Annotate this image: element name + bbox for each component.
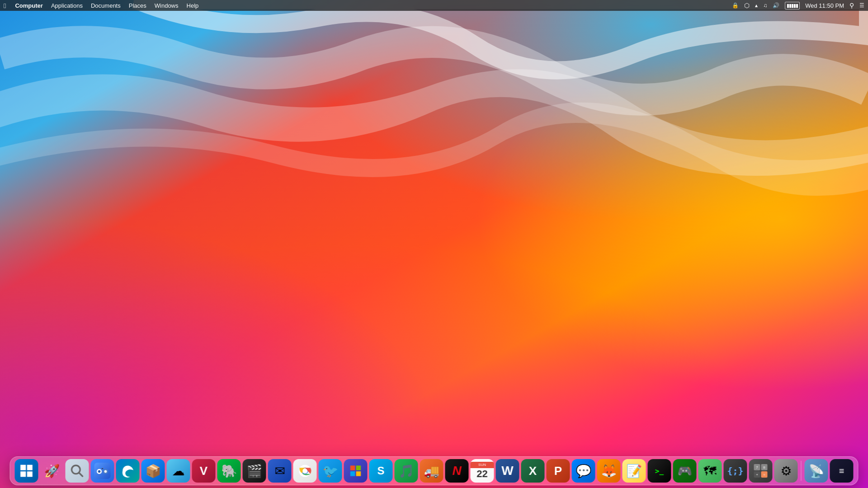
menu-documents[interactable]: Documents: [91, 2, 121, 9]
dock-item-terminal[interactable]: >_: [648, 459, 671, 483]
dock-item-calculator[interactable]: 78+=: [749, 459, 773, 483]
dock-item-maps[interactable]: 🗺: [698, 459, 722, 483]
dock-item-chrome[interactable]: [293, 459, 317, 483]
wifi-icon[interactable]: ▴: [755, 2, 758, 9]
menubar:  Computer Applications Documents Places…: [0, 0, 868, 11]
dock-item-airmail[interactable]: ✉: [268, 459, 292, 483]
dock-item-transmit[interactable]: 🚚: [420, 459, 443, 483]
lock-icon: 🔒: [732, 2, 739, 9]
svg-rect-22: [356, 471, 361, 476]
dock-item-twitter[interactable]: 🐦: [319, 459, 342, 483]
dock-item-evernote[interactable]: 🐘: [217, 459, 241, 483]
svg-rect-19: [350, 465, 355, 470]
dock-item-spotlight[interactable]: [66, 459, 89, 483]
datetime-display[interactable]: Wed 11:50 PM: [805, 2, 844, 9]
svg-line-10: [79, 473, 83, 476]
dock-item-vivaldi[interactable]: V: [192, 459, 216, 483]
dock-item-finder[interactable]: [91, 459, 114, 483]
dock-item-microsoft-store[interactable]: [344, 459, 368, 483]
menu-places[interactable]: Places: [129, 2, 146, 9]
svg-rect-11: [94, 463, 111, 479]
volume-icon[interactable]: 🔊: [773, 2, 779, 9]
music-icon[interactable]: ♫: [763, 2, 767, 9]
dock-item-claquette[interactable]: 🎬: [243, 459, 266, 483]
apple-menu[interactable]: : [4, 2, 6, 9]
svg-rect-7: [20, 471, 26, 477]
dock: 🚀📦☁V🐘🎬✉🐦S🎵🚚NSUN22WXP💬🦊📝>_🎮🗺{;}78+=⚙📡≡: [10, 456, 859, 485]
dock-item-calendar[interactable]: SUN22: [471, 459, 494, 483]
dock-item-network[interactable]: 📡: [805, 459, 828, 483]
dock-item-code-editor[interactable]: {;}: [724, 459, 747, 483]
svg-point-18: [302, 469, 307, 474]
svg-rect-6: [27, 465, 33, 470]
bluetooth-icon[interactable]: ⬡: [744, 2, 750, 9]
svg-rect-20: [356, 465, 361, 470]
dock-item-xbox[interactable]: 🎮: [673, 459, 697, 483]
dock-item-system-preferences[interactable]: ⚙: [774, 459, 798, 483]
svg-point-14: [98, 470, 101, 473]
menu-applications[interactable]: Applications: [51, 2, 83, 9]
svg-rect-5: [20, 465, 26, 470]
dock-separator: [801, 461, 802, 481]
desktop: [0, 0, 868, 488]
dock-item-netflix[interactable]: N: [445, 459, 469, 483]
dock-item-spotify[interactable]: 🎵: [395, 459, 418, 483]
dock-item-icloud[interactable]: ☁: [167, 459, 190, 483]
menubar-right: 🔒 ⬡ ▴ ♫ 🔊 ▮▮▮▮▮ Wed 11:50 PM ⚲ ☰: [732, 2, 864, 9]
dock-item-dropbox[interactable]: 📦: [142, 459, 165, 483]
svg-rect-8: [27, 471, 33, 477]
dock-item-messenger[interactable]: 💬: [572, 459, 595, 483]
svg-point-15: [104, 470, 107, 473]
dock-item-edge[interactable]: [116, 459, 140, 483]
battery-icon[interactable]: ▮▮▮▮▮: [785, 2, 800, 9]
menubar-left:  Computer Applications Documents Places…: [4, 2, 198, 9]
svg-rect-21: [350, 471, 355, 476]
dock-item-word[interactable]: W: [496, 459, 519, 483]
dock-item-launchpad[interactable]: 🚀: [40, 459, 64, 483]
dock-item-skype[interactable]: S: [369, 459, 393, 483]
dock-item-fbrowser[interactable]: 🦊: [597, 459, 621, 483]
dock-item-excel[interactable]: X: [521, 459, 545, 483]
dock-item-notes[interactable]: 📝: [623, 459, 646, 483]
dock-item-scrobbles[interactable]: ≡: [830, 459, 854, 483]
control-center-icon[interactable]: ☰: [859, 2, 864, 9]
menu-help[interactable]: Help: [187, 2, 199, 9]
dock-item-windows-app[interactable]: [15, 459, 38, 483]
dock-item-powerpoint[interactable]: P: [547, 459, 570, 483]
menu-windows[interactable]: Windows: [155, 2, 179, 9]
search-icon[interactable]: ⚲: [849, 2, 854, 9]
menu-computer[interactable]: Computer: [15, 2, 42, 9]
